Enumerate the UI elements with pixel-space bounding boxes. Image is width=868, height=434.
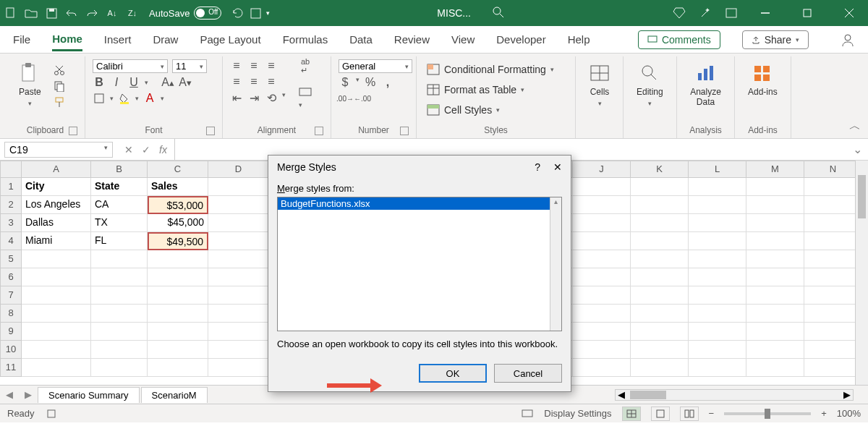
cell[interactable] <box>148 268 208 286</box>
tab-view[interactable]: View <box>451 29 475 50</box>
grow-font-icon[interactable]: A▴ <box>161 76 174 89</box>
cell[interactable] <box>148 305 208 323</box>
minimize-button[interactable] <box>751 0 780 26</box>
cell[interactable] <box>804 286 862 305</box>
macro-record-icon[interactable] <box>45 407 58 420</box>
sheet-nav-next[interactable]: ▶ <box>19 389 38 400</box>
cell[interactable] <box>148 286 208 305</box>
borders-icon[interactable] <box>93 92 106 105</box>
tab-insert[interactable]: Insert <box>104 29 132 50</box>
align-bottom-icon[interactable]: ≡ <box>265 59 278 72</box>
cell[interactable] <box>91 323 148 341</box>
cell[interactable] <box>746 250 804 268</box>
row-header[interactable]: 3 <box>0 214 22 232</box>
cell[interactable] <box>208 178 269 196</box>
cell[interactable] <box>689 341 746 359</box>
account-icon[interactable] <box>841 33 855 47</box>
cell[interactable] <box>689 286 746 305</box>
diamond-icon[interactable] <box>673 7 686 20</box>
tab-help[interactable]: Help <box>568 29 590 50</box>
column-header[interactable]: M <box>746 161 804 178</box>
cancel-button[interactable]: Cancel <box>494 364 562 383</box>
cell[interactable] <box>573 214 631 232</box>
refresh-icon[interactable] <box>231 7 244 20</box>
cell[interactable] <box>91 359 148 377</box>
tab-data[interactable]: Data <box>349 29 373 50</box>
cell[interactable] <box>22 359 91 377</box>
dialog-close-icon[interactable]: ✕ <box>553 161 562 173</box>
tab-formulas[interactable]: Formulas <box>283 29 328 50</box>
addins-button[interactable]: Add-ins <box>742 59 783 124</box>
row-header[interactable]: 4 <box>0 232 22 250</box>
cell[interactable] <box>208 196 269 214</box>
cell[interactable]: FL <box>91 232 148 250</box>
align-right-icon[interactable]: ≡ <box>265 75 278 88</box>
normal-view-button[interactable] <box>622 407 641 421</box>
cell[interactable] <box>631 359 689 377</box>
alignment-launcher[interactable] <box>315 127 323 135</box>
autosave-toggle[interactable]: Off <box>194 7 221 20</box>
tab-file[interactable]: File <box>13 29 30 50</box>
tab-draw[interactable]: Draw <box>153 29 178 50</box>
sheet-tab[interactable]: ScenarioM <box>141 387 208 403</box>
cell[interactable]: Sales <box>148 178 208 196</box>
cell[interactable] <box>573 232 631 250</box>
cell[interactable] <box>573 305 631 323</box>
cell[interactable] <box>746 268 804 286</box>
row-header[interactable]: 6 <box>0 268 22 286</box>
column-header[interactable]: N <box>804 161 862 178</box>
maximize-button[interactable] <box>793 0 822 26</box>
column-header[interactable]: K <box>631 161 689 178</box>
cell[interactable] <box>746 305 804 323</box>
cell[interactable] <box>631 268 689 286</box>
column-header[interactable]: L <box>689 161 746 178</box>
cell[interactable] <box>689 178 746 196</box>
enter-formula-icon[interactable]: ✓ <box>142 144 150 156</box>
cell[interactable] <box>631 214 689 232</box>
ok-button[interactable]: OK <box>419 364 487 383</box>
row-header[interactable]: 9 <box>0 323 22 341</box>
cell[interactable] <box>804 268 862 286</box>
search-icon[interactable] <box>493 7 506 20</box>
merge-icon[interactable] <box>299 85 312 98</box>
page-break-view-button[interactable] <box>680 407 699 421</box>
expand-formula-icon[interactable]: ⌄ <box>847 142 868 156</box>
cell[interactable] <box>689 323 746 341</box>
wand-icon[interactable] <box>699 7 712 20</box>
row-header[interactable]: 11 <box>0 359 22 377</box>
number-launcher[interactable] <box>400 127 409 135</box>
cell[interactable] <box>804 232 862 250</box>
cell[interactable] <box>22 323 91 341</box>
cell[interactable] <box>208 268 269 286</box>
column-header[interactable]: A <box>22 161 91 178</box>
cell[interactable] <box>148 341 208 359</box>
horizontal-scrollbar[interactable]: ◀▶ <box>615 389 854 401</box>
wrap-text-icon[interactable]: ab↵ <box>299 59 312 72</box>
redo-icon[interactable] <box>85 7 98 20</box>
cell[interactable] <box>208 214 269 232</box>
column-header[interactable]: D <box>208 161 269 178</box>
cell[interactable] <box>804 341 862 359</box>
cell[interactable] <box>689 250 746 268</box>
page-layout-view-button[interactable] <box>651 407 670 421</box>
font-size-select[interactable]: 11▾ <box>172 59 207 73</box>
cell[interactable] <box>148 323 208 341</box>
cell[interactable] <box>746 323 804 341</box>
analyze-data-button[interactable]: Analyze Data <box>684 59 727 124</box>
cell[interactable] <box>208 250 269 268</box>
cell[interactable] <box>208 323 269 341</box>
name-box[interactable]: C19▾ <box>4 142 113 158</box>
font-color-icon[interactable]: A <box>143 92 156 105</box>
zoom-out-button[interactable]: − <box>709 408 715 419</box>
cell[interactable] <box>573 178 631 196</box>
cell[interactable] <box>22 286 91 305</box>
align-middle-icon[interactable]: ≡ <box>247 59 260 72</box>
format-painter-icon[interactable] <box>53 95 66 109</box>
cell[interactable]: $49,500 <box>148 232 208 250</box>
column-header[interactable]: B <box>91 161 148 178</box>
cell[interactable] <box>804 250 862 268</box>
zoom-in-button[interactable]: + <box>821 408 827 419</box>
currency-icon[interactable]: $ <box>339 76 352 89</box>
cell[interactable] <box>746 232 804 250</box>
cell[interactable] <box>631 196 689 214</box>
